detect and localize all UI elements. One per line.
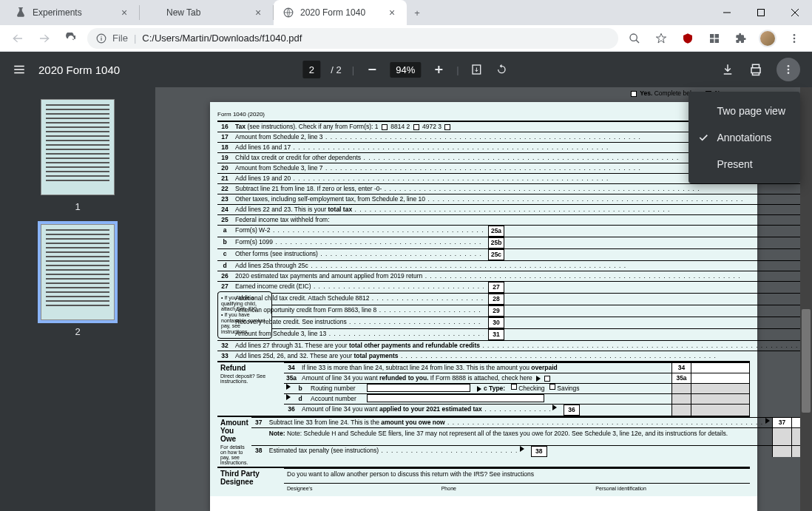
pdf-more-menu: Two page view Annotations Present — [688, 92, 800, 183]
fit-page-icon[interactable] — [470, 62, 484, 77]
window-controls — [710, 0, 812, 25]
svg-rect-11 — [715, 34, 719, 38]
pdf-toolbar: 2020 Form 1040 / 2 | 94% | — [0, 52, 812, 87]
download-icon[interactable] — [720, 62, 735, 77]
owe-section: Amount You OweFor details on how to pay,… — [217, 416, 750, 467]
pdf-more-button[interactable] — [777, 58, 800, 81]
tab-title: New Tab — [166, 7, 246, 18]
close-icon[interactable]: × — [386, 7, 398, 18]
close-icon[interactable]: × — [252, 7, 264, 18]
page-count: / 2 — [331, 64, 341, 75]
svg-point-25 — [788, 69, 790, 71]
zoom-out-button[interactable] — [365, 62, 379, 77]
tab-pdf[interactable]: 2020 Form 1040 × — [274, 0, 407, 25]
url-path: C:/Users/Martin/Downloads/f1040.pdf — [142, 33, 302, 44]
svg-point-8 — [630, 34, 637, 41]
extension-icon[interactable] — [704, 28, 725, 49]
svg-line-9 — [636, 40, 639, 43]
browser-menu-icon[interactable] — [784, 28, 805, 49]
thumbnail-sidebar: 1 2 — [0, 87, 155, 511]
menu-two-page-view[interactable]: Two page view — [688, 98, 800, 124]
flask-icon — [15, 7, 27, 18]
address-bar: File | C:/Users/Martin/Downloads/f1040.p… — [0, 25, 812, 52]
form-header: Form 1040 (2020) — [217, 109, 750, 121]
pdf-document: Form 1040 (2020) • If you have a qualify… — [210, 102, 757, 511]
svg-point-16 — [794, 41, 796, 43]
new-tab-button[interactable]: + — [407, 0, 427, 25]
menu-annotations[interactable]: Annotations — [688, 124, 800, 151]
print-icon[interactable] — [748, 62, 763, 77]
hamburger-icon[interactable] — [12, 62, 27, 77]
browser-tab-strip: Experiments × New Tab × 2020 Form 1040 ×… — [0, 0, 812, 25]
svg-point-7 — [101, 35, 101, 36]
menu-present[interactable]: Present — [688, 151, 800, 177]
svg-rect-13 — [715, 38, 719, 42]
maximize-button[interactable] — [744, 0, 778, 25]
pdf-title: 2020 Form 1040 — [38, 64, 120, 76]
ublock-icon[interactable] — [677, 28, 698, 49]
tab-title: Experiments — [33, 7, 112, 18]
refund-section: RefundDirect deposit? See instructions. … — [217, 361, 750, 416]
puzzle-icon[interactable] — [731, 28, 751, 49]
zoom-in-button[interactable] — [431, 62, 446, 77]
svg-point-15 — [794, 37, 796, 39]
globe-icon — [282, 7, 294, 18]
svg-rect-2 — [758, 10, 765, 16]
page-input[interactable] — [302, 61, 320, 78]
reload-button[interactable] — [61, 28, 81, 49]
tab-experiments[interactable]: Experiments × — [6, 0, 139, 25]
minimize-button[interactable] — [710, 0, 744, 25]
thumbnail-2[interactable]: 2 — [41, 224, 115, 337]
blank-icon — [149, 7, 160, 18]
info-icon — [96, 33, 106, 44]
svg-point-14 — [794, 34, 796, 36]
omnibox[interactable]: File | C:/Users/Martin/Downloads/f1040.p… — [87, 28, 618, 49]
forward-button[interactable] — [34, 28, 55, 49]
svg-rect-10 — [710, 34, 714, 38]
svg-rect-12 — [710, 38, 714, 42]
check-icon — [697, 132, 709, 143]
tab-title: 2020 Form 1040 — [300, 7, 380, 18]
thumbnail-1[interactable]: 1 — [41, 99, 115, 212]
avatar[interactable] — [757, 28, 778, 49]
url-prefix: File — [112, 33, 128, 44]
back-button[interactable] — [7, 28, 28, 49]
rotate-icon[interactable] — [495, 62, 510, 77]
svg-point-26 — [788, 72, 790, 74]
zoom-icon[interactable] — [624, 28, 645, 49]
zoom-level[interactable]: 94% — [390, 62, 421, 78]
vertical-scrollbar[interactable] — [800, 87, 812, 511]
tab-newtab[interactable]: New Tab × — [140, 0, 273, 25]
bookmark-icon[interactable] — [651, 28, 671, 49]
svg-point-24 — [788, 65, 790, 67]
close-window-button[interactable] — [778, 0, 812, 25]
third-party-section: Third Party Designee Do you want to allo… — [217, 467, 750, 493]
close-icon[interactable]: × — [118, 7, 130, 18]
